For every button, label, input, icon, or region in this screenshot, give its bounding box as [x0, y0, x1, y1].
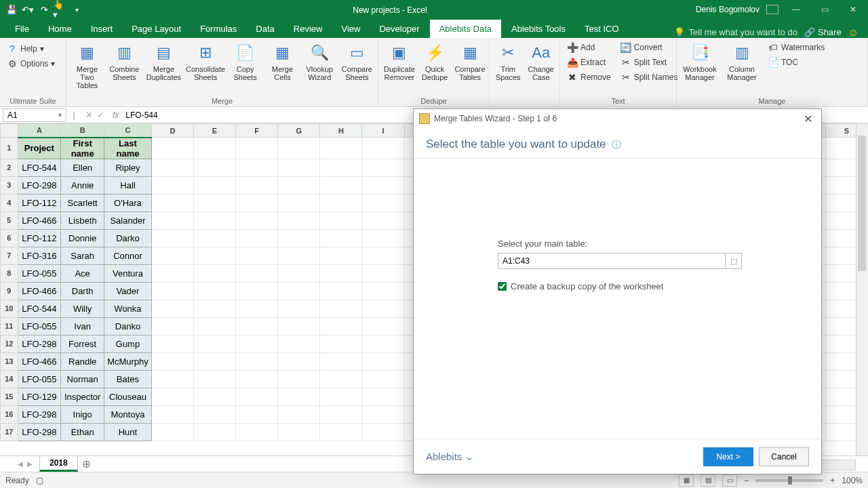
ribbon-big-button[interactable]: ▭Compare Sheets [340, 41, 374, 83]
empty-cell[interactable] [362, 211, 404, 229]
minimize-button[interactable]: — [785, 1, 807, 18]
empty-cell[interactable] [320, 138, 362, 159]
data-cell[interactable]: LFO-298 [18, 176, 61, 194]
row-header[interactable]: 7 [1, 247, 18, 264]
empty-cell[interactable] [151, 352, 193, 370]
data-cell[interactable]: Wonka [104, 300, 152, 317]
empty-cell[interactable] [362, 335, 404, 352]
empty-cell[interactable] [278, 388, 320, 405]
empty-cell[interactable] [362, 388, 404, 405]
empty-cell[interactable] [151, 264, 193, 282]
empty-cell[interactable] [362, 194, 404, 211]
ribbon-big-button[interactable]: ✂Trim Spaces [494, 41, 522, 83]
data-cell[interactable]: Inigo [61, 405, 104, 423]
empty-cell[interactable] [320, 282, 362, 300]
empty-cell[interactable] [236, 176, 278, 194]
empty-cell[interactable] [151, 282, 193, 300]
data-cell[interactable]: Clouseau [104, 388, 152, 405]
empty-cell[interactable] [320, 405, 362, 423]
empty-cell[interactable] [151, 423, 193, 441]
empty-cell[interactable] [320, 229, 362, 247]
empty-cell[interactable] [236, 370, 278, 388]
data-cell[interactable]: LFO-055 [18, 264, 61, 282]
data-cell[interactable]: LFO-112 [18, 229, 61, 247]
tab-review[interactable]: Review [284, 20, 332, 38]
ribbon-big-button[interactable]: ⊞Consolidate Sheets [186, 41, 224, 83]
zoom-level[interactable]: 100% [842, 476, 863, 485]
user-name[interactable]: Denis Bogomolov [696, 5, 760, 14]
empty-cell[interactable] [236, 229, 278, 247]
help-button[interactable]: ?Help ▾ [4, 42, 58, 56]
row-header[interactable]: 3 [1, 176, 18, 194]
empty-cell[interactable] [278, 300, 320, 317]
data-cell[interactable]: LFO-466 [18, 352, 61, 370]
data-cell[interactable]: Salander [104, 211, 152, 229]
empty-cell[interactable] [151, 335, 193, 352]
ribbon-big-button[interactable]: ▦Compare Tables [453, 41, 486, 83]
data-cell[interactable]: Inspector [61, 388, 104, 405]
empty-cell[interactable] [151, 211, 193, 229]
tab-data[interactable]: Data [246, 20, 283, 38]
zoom-slider[interactable] [755, 479, 823, 482]
empty-cell[interactable] [362, 300, 404, 317]
enter-formula-icon[interactable]: ✓ [97, 110, 104, 120]
empty-cell[interactable] [193, 159, 235, 176]
data-cell[interactable]: Hunt [104, 423, 152, 441]
data-cell[interactable]: LFO-544 [18, 159, 61, 176]
empty-cell[interactable] [151, 317, 193, 335]
new-sheet-button[interactable]: ⊕ [78, 458, 93, 470]
zoom-out-button[interactable]: − [744, 476, 749, 485]
data-cell[interactable]: LFO-298 [18, 335, 61, 352]
row-header[interactable]: 12 [1, 335, 18, 352]
row-header[interactable]: 2 [1, 159, 18, 176]
empty-cell[interactable] [362, 264, 404, 282]
data-cell[interactable]: Hall [104, 176, 152, 194]
data-cell[interactable]: Project [18, 138, 61, 159]
empty-cell[interactable] [151, 370, 193, 388]
backup-checkbox[interactable]: Create a backup copy of the worksheet [498, 281, 742, 291]
empty-cell[interactable] [193, 264, 235, 282]
sheet-nav-next[interactable]: ▶ [27, 460, 33, 468]
empty-cell[interactable] [320, 352, 362, 370]
empty-cell[interactable] [236, 317, 278, 335]
data-cell[interactable]: Annie [61, 176, 104, 194]
empty-cell[interactable] [278, 423, 320, 441]
empty-cell[interactable] [193, 405, 235, 423]
data-cell[interactable]: Darth [61, 282, 104, 300]
column-manager-button[interactable]: ▥Column Manager [723, 41, 761, 83]
data-cell[interactable]: Willy [61, 300, 104, 317]
empty-cell[interactable] [151, 247, 193, 264]
tab-page-layout[interactable]: Page Layout [122, 20, 191, 38]
data-cell[interactable]: LFO-298 [18, 423, 61, 441]
data-cell[interactable]: LFO-466 [18, 282, 61, 300]
ribbon-big-button[interactable]: 📄Copy Sheets [229, 41, 262, 83]
row-header[interactable]: 4 [1, 194, 18, 211]
tab-ablebits-tools[interactable]: Ablebits Tools [502, 20, 575, 38]
empty-cell[interactable] [151, 229, 193, 247]
empty-cell[interactable] [236, 159, 278, 176]
row-header[interactable]: 14 [1, 370, 18, 388]
row-header[interactable]: 11 [1, 317, 18, 335]
empty-cell[interactable] [362, 352, 404, 370]
data-cell[interactable]: O'Hara [104, 194, 152, 211]
empty-cell[interactable] [236, 247, 278, 264]
empty-cell[interactable] [193, 423, 235, 441]
data-cell[interactable]: Connor [104, 247, 152, 264]
empty-cell[interactable] [278, 247, 320, 264]
row-header[interactable]: 16 [1, 405, 18, 423]
empty-cell[interactable] [236, 282, 278, 300]
text-tool-button[interactable]: ✂Split Text [618, 56, 681, 69]
empty-cell[interactable] [278, 229, 320, 247]
tab-ablebits-data[interactable]: Ablebits Data [429, 19, 502, 38]
data-cell[interactable]: Vader [104, 282, 152, 300]
row-header[interactable]: 15 [1, 388, 18, 405]
empty-cell[interactable] [278, 211, 320, 229]
row-header[interactable]: 13 [1, 352, 18, 370]
data-cell[interactable]: First name [61, 138, 104, 159]
tab-insert[interactable]: Insert [81, 20, 123, 38]
empty-cell[interactable] [236, 352, 278, 370]
empty-cell[interactable] [362, 370, 404, 388]
tab-formulas[interactable]: Formulas [191, 20, 246, 38]
empty-cell[interactable] [278, 176, 320, 194]
empty-cell[interactable] [193, 370, 235, 388]
